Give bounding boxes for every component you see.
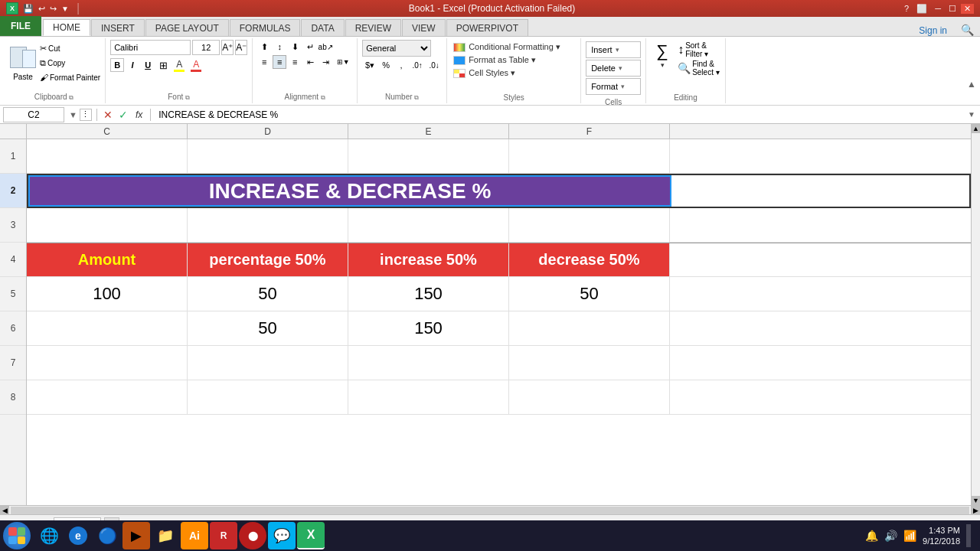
wrap-text-button[interactable]: ↵ [303,40,317,54]
cell-f6[interactable] [509,311,670,345]
cell-d5[interactable]: 50 [188,277,348,311]
format-as-table-button[interactable]: Format as Table ▾ [452,54,576,66]
font-name-select[interactable] [110,40,191,55]
quick-access-save[interactable]: 💾 [23,4,34,14]
taskbar-icon-edge[interactable]: e [64,522,92,549]
quick-access-redo[interactable]: ↪ [50,4,57,14]
taskbar-icon-chrome[interactable]: 🔵 [93,522,121,549]
formula-input[interactable] [155,107,963,122]
taskbar-notification-icon[interactable]: 🔔 [865,530,878,542]
align-left-button[interactable]: ≡ [257,55,271,69]
start-button[interactable] [3,522,31,549]
percent-button[interactable]: % [379,58,393,72]
taskbar-excel-active[interactable]: X [297,522,325,549]
vertical-scrollbar[interactable]: ▲ ▼ [971,124,980,505]
find-select-button[interactable]: 🔍 Find & Select ▾ [677,60,720,77]
border-button[interactable]: ⊞ [156,58,170,72]
row-8[interactable]: 8 [0,380,26,415]
horizontal-scrollbar[interactable]: ◀ ▶ [0,505,980,514]
tab-home[interactable]: HOME [43,19,90,36]
autosum-button[interactable]: ∑ ▾ [651,41,674,69]
font-size-select[interactable]: 12 [192,40,220,55]
tab-data[interactable]: DATA [301,19,344,36]
cell-f3[interactable] [509,208,670,242]
cell-f8[interactable] [509,380,670,414]
taskbar-icon-red[interactable]: R [210,522,237,549]
help-btn[interactable]: ? [901,4,912,14]
row-5[interactable]: 5 [0,277,26,311]
cell-e5[interactable]: 150 [348,277,509,311]
col-header-d[interactable]: D [188,124,348,139]
cell-d1[interactable] [188,139,348,173]
font-size-up[interactable]: A⁺ [221,40,234,55]
increase-decimal-button[interactable]: .0↑ [410,58,425,72]
align-right-button[interactable]: ≡ [288,55,302,69]
sign-in-btn[interactable]: Sign in [911,25,955,36]
row-4[interactable]: 4 [0,243,26,277]
restore-btn[interactable]: ⬜ [913,4,930,14]
taskbar-icon-skype[interactable]: 💬 [268,522,296,549]
tab-view[interactable]: VIEW [402,19,446,36]
tab-powerpivot[interactable]: POWERPIVOT [446,19,528,36]
cell-c3[interactable] [27,208,188,242]
collapse-ribbon-button[interactable]: ▲ [966,79,977,90]
taskbar-show-desktop[interactable] [966,524,971,547]
align-bottom-button[interactable]: ⬇ [288,40,302,54]
increase-indent-button[interactable]: ⇥ [318,55,332,69]
quick-access-undo[interactable]: ↩ [38,4,45,14]
conditional-formatting-button[interactable]: Conditional Formatting ▾ [452,41,576,53]
cell-c6[interactable] [27,311,188,345]
tab-file[interactable]: FILE [0,16,41,36]
align-center-button[interactable]: ≡ [273,55,286,69]
decrease-decimal-button[interactable]: .0↓ [426,58,442,72]
cell-reference-input[interactable] [3,107,64,122]
minimize-btn[interactable]: ─ [932,4,944,14]
format-painter-button[interactable]: 🖌 Format Painter [40,70,100,84]
copy-button[interactable]: ⧉ Copy [40,56,100,70]
taskbar-icon-illustrator[interactable]: Ai [181,522,208,549]
cell-d4[interactable]: percentage 50% [188,243,348,276]
row-3[interactable]: 3 [0,208,26,243]
cell-c5[interactable]: 100 [27,277,188,311]
row-1[interactable]: 1 [0,139,26,174]
tab-review[interactable]: REVIEW [345,19,401,36]
comma-button[interactable]: , [394,58,408,72]
row-7[interactable]: 7 [0,346,26,380]
quick-access-customize[interactable]: ▼ [61,5,69,13]
cell-c4[interactable]: Amount [27,243,188,276]
align-middle-button[interactable]: ↕ [273,40,286,54]
cell-c8[interactable] [27,380,188,414]
cell-f1[interactable] [509,139,670,173]
cell-e3[interactable] [348,208,509,242]
cell-d8[interactable] [188,380,348,414]
text-angle-button[interactable]: ab↗ [318,40,332,54]
font-size-down[interactable]: A⁻ [235,40,247,55]
cell-ref-expand-button[interactable]: ▼ [67,110,79,119]
taskbar-icon-ie[interactable]: 🌐 [35,522,63,549]
merge-cells-button[interactable]: ⊞▼ [334,55,352,69]
row-2[interactable]: 2 [0,174,26,208]
format-button[interactable]: Format▾ [586,78,641,95]
fill-color-button[interactable]: A [172,58,187,72]
close-btn[interactable]: ✕ [961,4,974,14]
cell-e6[interactable]: 150 [348,311,509,345]
cell-f5[interactable]: 50 [509,277,670,311]
taskbar-sound-icon[interactable]: 🔊 [884,530,897,542]
maximize-btn[interactable]: ☐ [946,4,959,14]
cell-d6[interactable]: 50 [188,311,348,345]
formula-expand-button[interactable]: ▼ [966,110,977,119]
paste-button[interactable]: Paste [8,40,38,84]
row-6[interactable]: 6 [0,311,26,346]
decrease-indent-button[interactable]: ⇤ [303,55,317,69]
tab-formulas[interactable]: FORMULAS [230,19,301,36]
cancel-formula-button[interactable]: ✕ [102,109,114,121]
number-format-select[interactable]: General [362,40,431,57]
font-color-button[interactable]: A [188,58,204,72]
taskbar-icon-red2[interactable]: ⬤ [239,522,266,549]
tab-insert[interactable]: INSERT [91,19,145,36]
underline-button[interactable]: U [141,58,155,72]
sort-filter-button[interactable]: ↕ Sort & Filter ▾ [677,41,720,58]
cell-e8[interactable] [348,380,509,414]
cell-e1[interactable] [348,139,509,173]
taskbar-icon-files[interactable]: 📁 [152,522,179,549]
